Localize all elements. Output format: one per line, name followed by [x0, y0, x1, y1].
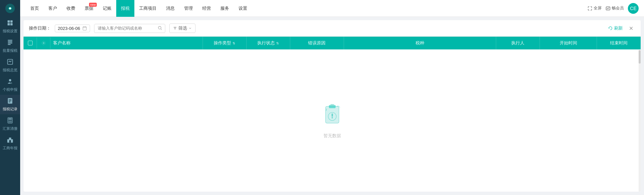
th-client-name: 客户名称	[50, 37, 203, 49]
date-label: 操作日期：	[29, 25, 51, 31]
empty-state: 暂无数据	[305, 88, 359, 152]
svg-rect-19	[8, 118, 12, 119]
filter-button[interactable]: 筛选	[169, 24, 196, 33]
calc-tax-icon	[7, 117, 13, 125]
sidebar: 报税设置 批量报税 报税总览 $	[0, 0, 20, 195]
search-input[interactable]	[94, 25, 155, 32]
sidebar-item-label: 汇算清缴	[3, 126, 17, 131]
tax-overview-icon	[7, 58, 13, 67]
fullscreen-icon	[588, 6, 592, 11]
sidebar-item-annual-report[interactable]: 工商年报	[0, 134, 20, 153]
svg-rect-4	[8, 23, 10, 26]
sidebar-item-label: 报税设置	[3, 29, 17, 34]
sidebar-item-batch-tax[interactable]: 批量报税	[0, 36, 20, 56]
nav-tax[interactable]: 报税	[116, 0, 134, 17]
svg-point-11	[9, 79, 11, 81]
calendar-icon	[82, 26, 87, 31]
empty-text: 暂无数据	[324, 133, 341, 139]
th-exec-status[interactable]: 执行状态 ⇅	[247, 37, 290, 49]
svg-rect-5	[10, 23, 13, 26]
nav-account[interactable]: 记账	[98, 0, 116, 17]
nav-operation[interactable]: 经营	[198, 0, 216, 17]
top-navigation: 首页 客户 收费 票据 new 记账 报税 工商项目 消息	[20, 0, 644, 17]
svg-point-23	[8, 122, 9, 123]
date-picker[interactable]: 2023-06-06	[55, 25, 90, 32]
th-executor: 执行人	[496, 37, 540, 49]
tax-settings-icon	[7, 20, 13, 28]
nav-service[interactable]: 服务	[216, 0, 234, 17]
svg-point-32	[43, 42, 44, 44]
annual-report-icon	[7, 136, 13, 145]
svg-rect-8	[8, 43, 12, 43]
svg-rect-15	[9, 100, 11, 100]
empty-illustration	[319, 102, 346, 129]
sidebar-item-label: 报税记录	[3, 107, 17, 112]
th-end-time: 结束时间	[597, 37, 641, 49]
main-area: 首页 客户 收费 票据 new 记账 报税 工商项目 消息	[20, 0, 644, 195]
content-area: 操作日期： 2023-06-06	[20, 17, 644, 195]
svg-rect-6	[8, 40, 12, 41]
svg-rect-9	[8, 44, 10, 45]
nav-invoice[interactable]: 票据 new	[80, 0, 98, 17]
svg-point-25	[11, 122, 12, 123]
sidebar-item-label: 工商年报	[3, 146, 17, 151]
nav-billing[interactable]: 收费	[62, 0, 80, 17]
table-header: 客户名称 操作类型 ⇅ 执行状态 ⇅ 错误原因 税种 执行人	[24, 37, 641, 49]
th-tax-type: 税种	[344, 37, 497, 49]
sidebar-item-tax-settings[interactable]: 报税设置	[0, 17, 20, 36]
refresh-button[interactable]: 刷新	[608, 25, 623, 31]
th-start-time: 开始时间	[540, 37, 597, 49]
sidebar-item-personal-tax[interactable]: $ 个税申报	[0, 75, 20, 95]
svg-point-39	[332, 117, 333, 118]
svg-rect-7	[8, 41, 12, 42]
sidebar-item-label: 报税总览	[3, 68, 17, 73]
svg-point-21	[10, 120, 11, 121]
member-btn[interactable]: 畅会员	[606, 5, 624, 11]
svg-rect-28	[9, 140, 11, 143]
tax-records-icon	[7, 98, 13, 106]
chevron-down-icon	[188, 27, 192, 30]
search-button[interactable]	[155, 24, 165, 33]
sidebar-item-label: 批量报税	[3, 48, 17, 53]
svg-rect-30	[83, 27, 86, 30]
nav-business[interactable]: 工商项目	[134, 0, 161, 17]
member-icon	[606, 6, 610, 11]
nav-manage[interactable]: 管理	[179, 0, 198, 17]
sidebar-item-calc-tax[interactable]: 汇算清缴	[0, 114, 20, 134]
th-op-type[interactable]: 操作类型 ⇅	[203, 37, 247, 49]
user-avatar[interactable]: CE	[628, 3, 639, 14]
th-error-reason: 错误原因	[290, 37, 344, 49]
sidebar-item-tax-overview[interactable]: 报税总览	[0, 56, 20, 75]
new-badge: new	[89, 3, 97, 7]
fullscreen-btn[interactable]: 全屏	[588, 5, 602, 11]
nav-customer[interactable]: 客户	[44, 0, 62, 17]
sort-icon: ⇅	[232, 41, 235, 45]
svg-rect-3	[10, 21, 13, 23]
svg-rect-38	[332, 113, 333, 116]
close-button[interactable]: ✕	[627, 25, 635, 32]
data-table: 客户名称 操作类型 ⇅ 执行状态 ⇅ 错误原因 税种 执行人	[24, 37, 641, 192]
search-box[interactable]	[94, 24, 165, 33]
toolbar: 操作日期： 2023-06-06	[24, 20, 641, 37]
topnav-right: 全屏 畅会员 CE	[588, 3, 639, 14]
nav-home[interactable]: 首页	[26, 0, 44, 17]
settings-icon	[41, 41, 46, 45]
svg-point-22	[11, 120, 12, 121]
select-all-checkbox[interactable]	[28, 41, 33, 45]
nav-message[interactable]: 消息	[161, 0, 179, 17]
sidebar-item-tax-records[interactable]: 报税记录	[0, 95, 20, 114]
scrollbar-thumb[interactable]	[639, 50, 641, 64]
filter-icon	[173, 26, 177, 30]
svg-point-31	[158, 26, 161, 29]
nav-items: 首页 客户 收费 票据 new 记账 报税 工商项目 消息	[26, 0, 588, 17]
svg-point-24	[10, 122, 11, 123]
svg-rect-16	[9, 101, 11, 101]
nav-settings[interactable]: 设置	[234, 0, 252, 17]
batch-tax-icon	[7, 39, 13, 47]
svg-rect-27	[9, 138, 11, 140]
table-body: 暂无数据	[24, 49, 641, 191]
sidebar-logo	[0, 0, 20, 17]
sidebar-item-label: 个税申报	[3, 87, 17, 92]
search-icon	[158, 26, 162, 30]
th-checkbox[interactable]	[24, 37, 37, 49]
